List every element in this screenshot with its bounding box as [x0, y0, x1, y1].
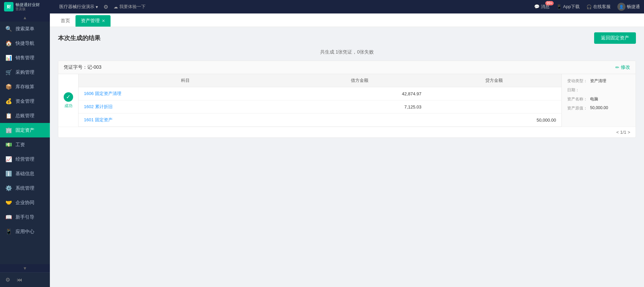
tab-home[interactable]: 首页: [55, 15, 75, 27]
page-header: 本次生成的结果 返回固定资产: [58, 32, 636, 44]
sidebar-item-inventory[interactable]: 📦 库存核算: [0, 79, 50, 94]
sales-icon: 📊: [5, 55, 12, 61]
sidebar-item-system[interactable]: ⚙️ 系统管理: [0, 181, 50, 195]
edit-voucher-button[interactable]: ✏ 修改: [615, 64, 630, 70]
company-selector[interactable]: 医疗器械行业演示 ▾: [59, 4, 98, 10]
logo-icon: 财: [4, 2, 13, 11]
sidebar-bottom: ⚙ ⏮: [0, 272, 50, 287]
sidebar-item-basic-info[interactable]: ℹ️ 基础信息: [0, 166, 50, 181]
ledger-icon: 📋: [5, 113, 12, 119]
success-indicator: ✓ 成功: [58, 74, 79, 127]
table-header-row: 科目 借方金额 贷方金额: [79, 74, 561, 87]
asset-original-label: 资产原值：: [567, 105, 587, 111]
change-type-value: 资产清理: [590, 78, 606, 84]
collapse-icon[interactable]: ⏮: [17, 277, 22, 283]
payroll-icon: 💵: [5, 141, 12, 148]
cloud-icon: ☁: [114, 4, 118, 9]
pagination-info: 1/1: [620, 130, 626, 135]
logo-area: 财 畅捷通好业财 普及版: [4, 2, 54, 11]
inventory-icon: 📦: [5, 84, 12, 90]
date-label: 日期：: [567, 87, 579, 93]
sidebar-item-sales[interactable]: 📊 销售管理: [0, 51, 50, 65]
table-row: 1602 累计折旧 7,125.03: [79, 100, 561, 114]
side-info-asset-name: 资产名称： 电脑: [567, 96, 630, 102]
message-badge: 99+: [545, 1, 554, 5]
change-type-label: 变动类型：: [567, 78, 587, 84]
sidebar-item-purchase[interactable]: 🛒 采购管理: [0, 65, 50, 79]
side-info-change-type: 变动类型： 资产清理: [567, 78, 630, 84]
basic-info-icon: ℹ️: [5, 170, 12, 177]
sidebar-item-operations[interactable]: 📈 经营管理: [0, 152, 50, 166]
row3-subject: 1601 固定资产: [79, 114, 292, 127]
result-summary: 共生成 1张凭证，0张失败: [58, 49, 636, 55]
app-center-icon: 📱: [5, 228, 12, 235]
table-row: 1606 固定资产清理 42,874.97: [79, 87, 561, 100]
finance-icon: 💰: [5, 98, 12, 104]
sidebar-scroll-up[interactable]: ▲: [0, 13, 50, 22]
download-icon: 📱: [556, 4, 562, 9]
chevron-down-icon: ▾: [96, 4, 98, 9]
side-info-date: 日期：: [567, 87, 630, 93]
sidebar-item-ledger[interactable]: 📋 总账管理: [0, 108, 50, 123]
avatar: 👤: [617, 3, 625, 11]
sidebar-item-app-center[interactable]: 📱 应用中心: [0, 224, 50, 239]
col-subject: 科目: [79, 74, 292, 87]
page-content: 本次生成的结果 返回固定资产 共生成 1张凭证，0张失败 凭证字号：记-003 …: [50, 27, 644, 287]
back-to-fixed-assets-button[interactable]: 返回固定资产: [594, 32, 636, 44]
user-area[interactable]: 👤 畅捷通: [617, 3, 640, 11]
enterprise-icon: 🤝: [5, 199, 12, 206]
tab-asset-mgmt[interactable]: 资产管理 ✕: [75, 15, 111, 27]
col-credit: 贷方金额: [427, 74, 561, 87]
row2-debit: 7,125.03: [292, 100, 427, 114]
asset-name-value: 电脑: [590, 96, 598, 102]
voucher-main: ✓ 成功 科目 借方金额 贷方金额: [58, 74, 636, 127]
header-right: 💬 消息 99+ 📱 App下载 🎧 在线客服 👤 畅捷通: [534, 3, 640, 11]
pagination-prev[interactable]: <: [616, 130, 619, 135]
sidebar-item-search[interactable]: 🔍 搜索菜单: [0, 22, 50, 36]
logo-text: 畅捷通好业财 普及版: [16, 2, 40, 11]
sidebar-item-finance[interactable]: 💰 资金管理: [0, 94, 50, 108]
row2-credit: [427, 100, 561, 114]
top-header: 财 畅捷通好业财 普及版 医疗器械行业演示 ▾ ⚙ ☁ 我要体验一下 💬 消息 …: [0, 0, 644, 13]
header-middle: 医疗器械行业演示 ▾ ⚙ ☁ 我要体验一下: [54, 4, 534, 10]
sidebar-scroll: 🔍 搜索菜单 🏠 快捷导航 📊 销售管理 🛒 采购管理 📦 库存核算 💰: [0, 22, 50, 264]
table-row: 1601 固定资产 50,000.00: [79, 114, 561, 127]
sidebar-scroll-down[interactable]: ▼: [0, 264, 50, 272]
voucher-block: 凭证字号：记-003 ✏ 修改 ✓ 成功: [58, 61, 636, 138]
system-icon: ⚙️: [5, 185, 12, 191]
pagination-next[interactable]: >: [627, 130, 630, 135]
page-title: 本次生成的结果: [58, 34, 100, 42]
voucher-table-area: 科目 借方金额 贷方金额 1606 固定资产清理 42,874.97: [79, 74, 561, 127]
purchase-icon: 🛒: [5, 69, 12, 75]
row1-debit: 42,874.97: [292, 87, 427, 100]
voucher-number: 凭证字号：记-003: [64, 64, 101, 70]
sidebar-item-payroll[interactable]: 💵 工资: [0, 137, 50, 152]
settings-icon[interactable]: ⚙: [103, 4, 108, 10]
fixed-assets-icon: 🏢: [5, 127, 12, 133]
app-download-item[interactable]: 📱 App下载: [556, 4, 580, 10]
home-icon: 🏠: [5, 40, 12, 46]
sidebar-item-fixed-assets[interactable]: 🏢 固定资产: [0, 123, 50, 137]
col-debit: 借方金额: [292, 74, 427, 87]
sidebar-item-enterprise[interactable]: 🤝 企业协同: [0, 195, 50, 210]
success-label: 成功: [64, 103, 72, 109]
guide-icon: 📖: [5, 214, 12, 220]
sidebar-item-quick-nav[interactable]: 🏠 快捷导航: [0, 36, 50, 51]
service-icon: 🎧: [586, 4, 592, 9]
search-icon: 🔍: [5, 26, 12, 32]
message-icon: 💬: [534, 4, 540, 9]
voucher-table: 科目 借方金额 贷方金额 1606 固定资产清理 42,874.97: [79, 74, 561, 127]
operations-icon: 📈: [5, 156, 12, 162]
sidebar: ▲ 🔍 搜索菜单 🏠 快捷导航 📊 销售管理 🛒 采购管理 📦 库存核算: [0, 13, 50, 287]
asset-original-value: 50,000.00: [590, 105, 608, 111]
sidebar-item-guide[interactable]: 📖 新手引导: [0, 210, 50, 224]
gear-bottom-icon[interactable]: ⚙: [5, 277, 10, 283]
tab-close-icon[interactable]: ✕: [102, 19, 105, 23]
voucher-header: 凭证字号：记-003 ✏ 修改: [58, 61, 636, 74]
main-layout: ▲ 🔍 搜索菜单 🏠 快捷导航 📊 销售管理 🛒 采购管理 📦 库存核算: [0, 13, 644, 287]
experience-button[interactable]: ☁ 我要体验一下: [114, 4, 146, 10]
asset-name-label: 资产名称：: [567, 96, 587, 102]
online-service-item[interactable]: 🎧 在线客服: [586, 4, 611, 10]
message-area[interactable]: 💬 消息 99+: [534, 4, 550, 10]
edit-icon: ✏: [615, 65, 619, 70]
